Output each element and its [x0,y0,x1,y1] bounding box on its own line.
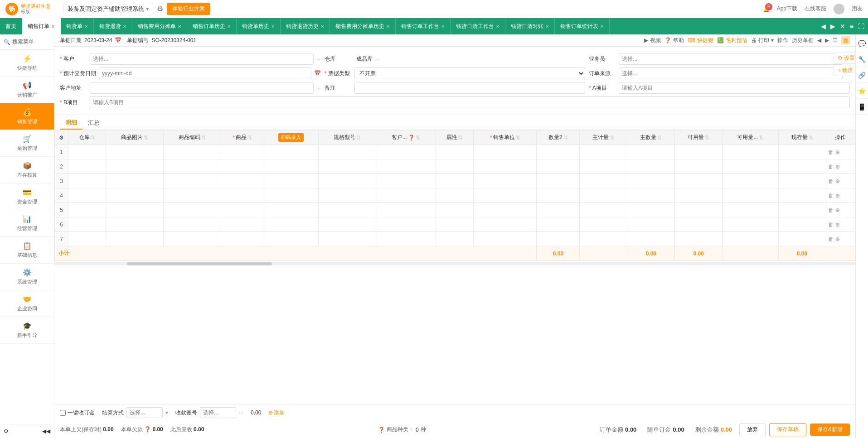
row-1-attr[interactable] [436,145,474,159]
sidebar-item-quicknav[interactable]: ⚡ 快捷导航 [0,50,54,77]
account-input[interactable] [200,407,236,418]
settings-gear-button[interactable]: ⚙ [157,5,163,13]
close-icon[interactable]: ✕ [545,24,549,29]
close-icon[interactable]: ✕ [178,24,181,29]
customer-input[interactable] [90,53,314,65]
tab-sales-stat[interactable]: 销售订单统计表 ✕ [555,18,610,34]
horizontal-scrollbar[interactable] [54,262,855,265]
online-service-link[interactable]: 在线客服 [805,5,826,13]
sidebar-item-purchase[interactable]: 🛒 采购管理 [0,130,54,157]
delete-icon[interactable]: 🗑 [828,193,834,199]
sidebar-item-basic-info[interactable]: 📋 基础信息 [0,237,54,264]
row-1-spec[interactable] [318,145,376,159]
tab-prev-arrow[interactable]: ◀ [819,22,828,31]
sidebar-item-sales[interactable]: 💰 销售管理 [0,103,54,130]
profit-btn[interactable]: 💹 毛利预估 [717,37,747,44]
delete-icon[interactable]: 🗑 [828,149,834,155]
delivery-date-input[interactable] [99,67,311,79]
tab-detail[interactable]: 明细 [60,117,82,130]
tab-expense-history[interactable]: 销售费用分摊单历史 ✕ [330,18,396,34]
tab-fullscreen-icon[interactable]: ⛶ [856,22,866,31]
help-btn[interactable]: ❓ 帮助 [664,37,684,44]
sidebar-item-enterprise[interactable]: 🤝 企业协同 [0,290,54,317]
order-source-input[interactable] [619,67,843,79]
row-1-stock[interactable] [778,145,826,159]
list-view-icon[interactable]: ☰ [833,37,838,43]
tab-close-all[interactable]: ✕ [838,22,847,31]
shortcut-btn[interactable]: ⌨ 快捷键 [688,37,713,44]
close-icon[interactable]: ✕ [123,24,126,29]
row-1-product-img[interactable] [106,145,163,159]
notification-area[interactable]: 🔔 9 [763,6,770,12]
tab-cash-daily[interactable]: 钱货日清工作台 ✕ [451,18,505,34]
close-icon[interactable]: ✕ [600,24,604,29]
col-settings[interactable]: ⚙ [55,130,68,145]
operate-btn[interactable]: 操作 [777,37,788,44]
row-1-scan[interactable] [264,145,318,159]
tab-return-history[interactable]: 销货退货历史 ✕ [281,18,330,34]
nav-next-icon[interactable]: ▶ [825,37,829,43]
scan-button[interactable]: 扫码录入 [278,133,304,142]
right-panel-icon-4[interactable]: ⭐ [855,84,868,99]
grid-view-icon[interactable]: ▦ [841,36,850,44]
system-title[interactable]: 装备及固定资产辅助管理系统 ▾ [63,3,153,15]
col-scan[interactable]: 扫码录入 [264,130,318,145]
row-1-warehouse[interactable] [68,145,106,159]
address-more-icon[interactable]: ··· [316,85,321,91]
tab-order-workbench[interactable]: 销售订单工作台 ✕ [396,18,451,34]
tab-menu-icon[interactable]: ≡ [848,22,855,31]
tab-sales-order[interactable]: 销售订单 ✕ [22,18,61,34]
right-panel-icon-3[interactable]: 🔗 [855,68,868,83]
copy-icon[interactable]: ⊕ [835,178,840,184]
help-icon[interactable]: ❓ [378,427,385,433]
close-icon[interactable]: ✕ [84,24,88,29]
row-1-product[interactable] [221,145,264,159]
print-btn[interactable]: 🖨 打印 ▾ [751,37,774,44]
settings-panel-button[interactable]: ⚙ 设置 [834,53,855,64]
row-1-main-unit[interactable] [580,145,627,159]
close-icon[interactable]: ✕ [227,24,231,29]
customer-more-icon[interactable]: ··· [316,56,321,62]
history-btn[interactable]: 历史单据 [792,37,814,44]
tab-summary[interactable]: 汇总 [82,117,105,130]
sidebar-item-search[interactable]: 🔍 搜索菜单 [0,34,54,50]
sidebar-item-inventory[interactable]: 📦 库存核算 [0,157,54,183]
sidebar-item-marketing[interactable]: 📢 营销推广 [0,77,54,103]
nav-prev-icon[interactable]: ◀ [817,37,821,43]
delete-icon[interactable]: 🗑 [828,207,834,213]
copy-icon[interactable]: ⊕ [835,207,840,213]
sidebar-item-system[interactable]: ⚙️ 系统管理 [0,264,54,290]
add-logistics-button[interactable]: + 物流 [834,65,855,76]
account-more-icon[interactable]: ··· [239,409,243,416]
sidebar-item-operations[interactable]: 📊 经营管理 [0,210,54,237]
delete-icon[interactable]: 🗑 [828,164,834,170]
industry-solution-button[interactable]: 体验行业方案 [167,3,210,15]
copy-icon[interactable]: ⊕ [835,236,840,242]
delete-icon[interactable]: 🗑 [828,178,834,184]
close-icon[interactable]: ✕ [386,24,390,29]
a-project-input[interactable] [619,82,850,94]
save-new-button[interactable]: 保存&新增 [810,424,850,436]
close-icon[interactable]: ✕ [320,24,324,29]
copy-icon[interactable]: ⊕ [835,221,840,228]
row-1-unit[interactable] [474,145,537,159]
sidebar-collapse-icon[interactable]: ◀◀ [42,428,50,434]
tab-sales-list[interactable]: 销货单 ✕ [61,18,94,34]
app-download-link[interactable]: App下载 [777,5,797,13]
tab-order-history[interactable]: 销售订单历史 ✕ [187,18,237,34]
chevron-down-icon[interactable]: ▾ [165,409,168,416]
copy-icon[interactable]: ⊕ [835,164,840,170]
tab-expense-split[interactable]: 销售费用分摊单 ✕ [132,18,187,34]
right-panel-icon-1[interactable]: 💬 [855,36,868,51]
calendar-icon[interactable]: 📅 [115,37,121,43]
one-click-checkbox-input[interactable] [60,410,66,416]
row-1-product-code[interactable] [163,145,221,159]
close-icon[interactable]: ✕ [441,24,445,29]
add-button[interactable]: ⊕ 添加 [268,409,285,417]
address-input[interactable] [90,82,314,94]
close-icon[interactable]: ✕ [51,24,55,29]
calendar-icon[interactable]: 📅 [314,70,321,77]
close-icon[interactable]: ✕ [271,24,275,29]
copy-icon[interactable]: ⊕ [835,193,840,199]
tab-sales-return[interactable]: 销货退货 ✕ [94,18,132,34]
